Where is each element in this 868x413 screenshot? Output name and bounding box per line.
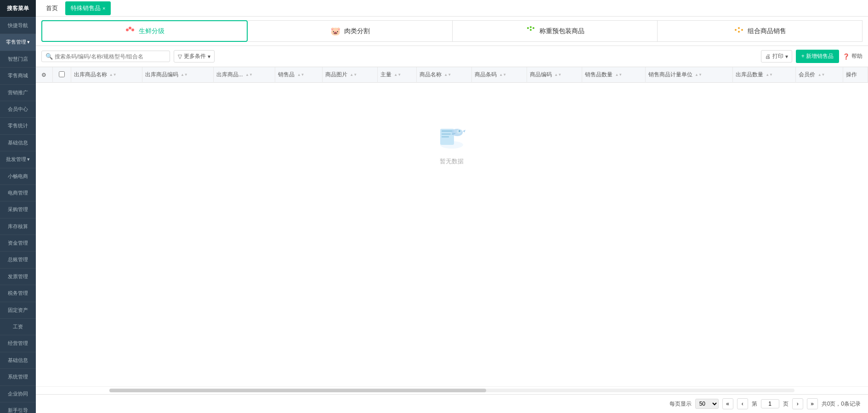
table-header-sale-item[interactable]: 销售品 ▲▼ [275,67,323,83]
table-header-sale-qty[interactable]: 销售品数量 ▲▼ [582,67,646,83]
cat-tab-meat-cutting[interactable]: 🐷 肉类分割 [248,20,453,42]
fresh-grading-icon [125,26,135,36]
svg-point-6 [530,29,532,31]
next-page-button[interactable]: › [792,398,803,409]
sidebar-item-ledger[interactable]: 总账管理 [0,252,36,268]
sidebar-item-purchase[interactable]: 采购管理 [0,201,36,218]
select-all-checkbox[interactable] [59,71,65,77]
svg-rect-13 [442,130,453,132]
sort-icon: ▲▼ [695,73,702,77]
sidebar-item-enterprise[interactable]: 企业协同 [0,386,36,402]
help-button[interactable]: ❓ 帮助 [843,52,862,60]
sidebar-item-wholesale[interactable]: 批发管理 ▾ [0,151,36,168]
sort-icon: ▲▼ [297,73,305,77]
sidebar-item-invoice[interactable]: 发票管理 [0,269,36,285]
table-header-warehouse-product[interactable]: 出库商品... ▲▼ [213,67,275,83]
table-header-main-qty[interactable]: 主量 ▲▼ [377,67,416,83]
svg-point-2 [131,29,134,31]
svg-point-1 [129,27,131,29]
scale-icon [526,26,536,36]
table-header-settings[interactable]: ⚙ [36,67,52,83]
sidebar-logo: 搜客菜单 [0,0,36,17]
page-size-label: 每页显示 [669,400,692,408]
search-box[interactable]: 🔍 [41,51,170,62]
table-header-product-name[interactable]: 商品名称 ▲▼ [416,67,471,83]
sidebar-item-marketing[interactable]: 营销推广 [0,85,36,101]
search-input[interactable] [55,53,165,60]
cat-tab-weigh-prepack[interactable]: 称重预包装商品 [453,20,658,42]
svg-point-0 [126,29,129,31]
empty-state: 暂无数据 [36,83,868,202]
table-header-product-image[interactable]: 商品图片 ▲▼ [322,67,377,83]
page-input[interactable] [761,399,779,408]
table-container: ⚙ 出库商品名称 ▲▼ 出库商品编码 ▲▼ 出库商品... ▲▼ [36,67,868,386]
tab-close-icon[interactable]: × [102,6,105,11]
last-page-button[interactable]: » [807,398,818,409]
sidebar-item-smart-store[interactable]: 智慧门店 [0,51,36,68]
sort-icon: ▲▼ [615,73,622,77]
cat-tab-fresh-grading[interactable]: 生鲜分级 [41,20,248,42]
sidebar-item-system[interactable]: 系统管理 [0,369,36,385]
table-header-checkbox[interactable] [52,67,71,83]
sidebar-item-tax[interactable]: 税务管理 [0,285,36,302]
main-content: 首页 特殊销售品 × 生鲜分级 🐷 肉类分割 [36,0,868,413]
filter-icon: ▽ [178,53,182,60]
table-header-product-code[interactable]: 商品编码 ▲▼ [527,67,582,83]
first-page-button[interactable]: « [722,398,733,409]
search-icon: 🔍 [45,53,53,60]
sidebar-item-fixed-assets[interactable]: 固定资产 [0,302,36,319]
svg-rect-15 [442,136,449,138]
tab-special-sales[interactable]: 特殊销售品 × [65,1,111,15]
sidebar-item-finance[interactable]: 资金管理 [0,235,36,252]
svg-marker-18 [463,130,465,132]
print-button[interactable]: 🖨 打印 ▾ [761,50,792,63]
table-header-operation: 操作 [843,67,868,83]
pig-icon: 🐷 [330,26,340,36]
svg-point-5 [533,27,534,29]
sort-icon: ▲▼ [818,73,825,77]
sidebar-item-retail-manage[interactable]: 零售管理 ▾ [0,34,36,51]
horizontal-scrollbar[interactable] [109,389,794,392]
sort-icon: ▲▼ [554,73,562,77]
toolbar-right: 🖨 打印 ▾ + 新增销售品 ❓ 帮助 [761,50,862,63]
table-header-product-barcode[interactable]: 商品条码 ▲▼ [471,67,527,83]
table-header-warehouse-name[interactable]: 出库商品名称 ▲▼ [71,67,142,83]
sidebar-item-basic-info-1[interactable]: 基础信息 [0,135,36,151]
page-size-select[interactable]: 50 10 20 100 [695,399,719,409]
filter-button[interactable]: ▽ 更多条件 ▾ [174,50,215,63]
table-header-warehouse-code[interactable]: 出库商品编码 ▲▼ [142,67,213,83]
sidebar-item-ecommerce-small[interactable]: 小畅电商 [0,168,36,185]
sidebar-item-quick-nav[interactable]: 快捷导航 [0,17,36,34]
toolbar: 🔍 ▽ 更多条件 ▾ 🖨 打印 ▾ + 新增销售品 ❓ 帮助 [36,46,868,67]
sidebar-item-salary[interactable]: 工资 [0,319,36,335]
svg-point-8 [738,27,740,29]
sidebar-item-ecommerce-manage[interactable]: 电商管理 [0,185,36,201]
sidebar: 搜客菜单 快捷导航 零售管理 ▾ 智慧门店 零售商城 营销推广 会员中心 零售统… [0,0,36,413]
pagination: 每页显示 50 10 20 100 « ‹ 第 页 › » 共0页，0条记录 [36,394,868,413]
print-icon: 🖨 [765,53,771,60]
sidebar-item-guide[interactable]: 新手引导 [0,402,36,413]
sidebar-item-retail-stats[interactable]: 零售统计 [0,118,36,134]
header-tabs: 首页 特殊销售品 × [36,0,868,17]
table-header-sale-unit[interactable]: 销售商品计量单位 ▲▼ [645,67,732,83]
sidebar-item-retail-mall[interactable]: 零售商城 [0,68,36,84]
sidebar-item-member-center[interactable]: 会员中心 [0,101,36,118]
scrollbar-thumb[interactable] [109,389,486,392]
cat-tab-combo-sales[interactable]: 组合商品销售 [658,20,862,42]
chevron-down-icon: ▾ [208,53,210,60]
page-label: 第 [752,400,757,408]
sort-icon: ▲▼ [109,73,117,77]
chevron-down-icon: ▾ [785,53,788,60]
chevron-down-icon: ▾ [27,39,30,46]
sidebar-item-basic-info-2[interactable]: 基础信息 [0,352,36,369]
sidebar-item-inventory[interactable]: 库存核算 [0,218,36,235]
new-product-button[interactable]: + 新增销售品 [796,50,839,63]
empty-text: 暂无数据 [440,157,464,166]
sidebar-item-business[interactable]: 经营管理 [0,335,36,352]
table-header-warehouse-qty[interactable]: 出库品数量 ▲▼ [732,67,796,83]
tab-home[interactable]: 首页 [40,1,63,15]
category-tabs: 生鲜分级 🐷 肉类分割 称重预包装商品 [36,17,868,46]
table-header-member-price[interactable]: 会员价 ▲▼ [796,67,843,83]
prev-page-button[interactable]: ‹ [737,398,748,409]
sort-icon: ▲▼ [245,73,253,77]
